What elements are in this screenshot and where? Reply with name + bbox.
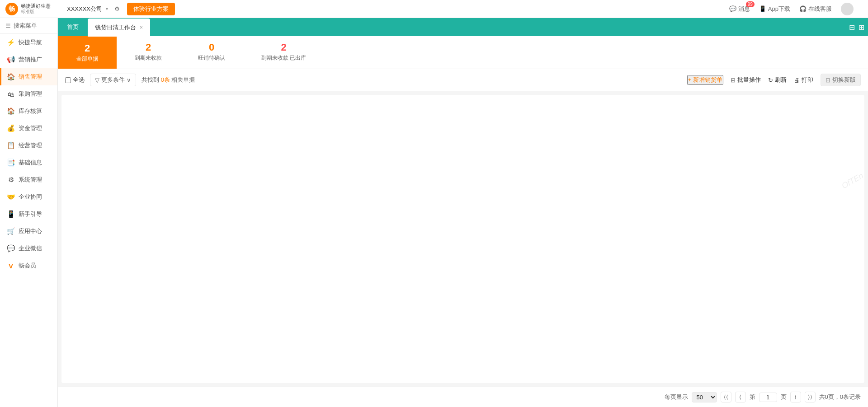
tab-close-icon[interactable]: ×	[140, 24, 143, 31]
stat-number-unshipped: 2	[281, 42, 287, 53]
settings-icon[interactable]: ⚙	[112, 4, 123, 14]
content-area: 首页 钱货日清工作台 × ⊟ ⊞ 2 全部单据 2 到期未收款	[58, 18, 868, 407]
company-name: XXXXXX公司	[67, 5, 102, 13]
sidebar-item-basic-info[interactable]: 📑 基础信息	[0, 154, 57, 171]
stat-label-all: 全部单据	[76, 55, 98, 63]
operations-icon: 📋	[7, 141, 15, 150]
sidebar-label-newbie: 新手引导	[19, 210, 42, 218]
sidebar-item-purchase[interactable]: 🛍 采购管理	[0, 85, 57, 103]
message-item[interactable]: 💬 消息 99	[729, 5, 750, 13]
logo-text: 畅捷通好生意 标准版	[21, 3, 51, 14]
company-selector[interactable]: XXXXXX公司 ▾	[67, 5, 108, 13]
select-all-checkbox[interactable]	[65, 77, 71, 83]
tab-bar-right: ⊟ ⊞	[849, 23, 868, 32]
sidebar-label-marketing: 营销推广	[19, 56, 42, 64]
refresh-label: 刷新	[775, 76, 787, 84]
last-page-button[interactable]: ⟩⟩	[805, 392, 816, 402]
batch-operation-button[interactable]: ⊞ 批量操作	[731, 76, 761, 84]
next-page-button[interactable]: ⟩	[790, 392, 801, 402]
found-text: 共找到 0条 相关单据	[142, 76, 195, 84]
batch-label: 批量操作	[737, 76, 761, 84]
company-dropdown-icon[interactable]: ▾	[106, 6, 108, 11]
trial-button[interactable]: 体验行业方案	[127, 3, 175, 15]
filter-chevron: ∨	[127, 77, 131, 84]
select-all-area[interactable]: 全选	[65, 76, 85, 84]
sidebar-item-sales[interactable]: 🏠 销售管理	[0, 68, 57, 85]
sidebar-label-inventory: 库存核算	[19, 107, 42, 115]
top-header: 畅 畅捷通好生意 标准版 XXXXXX公司 ▾ ⚙ 体验行业方案 💬 消息 99…	[0, 0, 868, 18]
sidebar-item-inventory[interactable]: 🏠 库存核算	[0, 103, 57, 120]
search-menu-label: 搜索菜单	[14, 22, 37, 30]
sidebar-item-operations[interactable]: 📋 经营管理	[0, 137, 57, 154]
page-size-select[interactable]: 50 20 100	[692, 392, 717, 402]
quick-nav-icon: ⚡	[7, 38, 15, 47]
stat-label-overdue: 到期未收款	[135, 54, 162, 62]
logo-area: 畅 畅捷通好生意 标准版	[5, 3, 63, 15]
sidebar-item-enterprise[interactable]: 🤝 企业协同	[0, 188, 57, 206]
toolbar: 全选 ▽ 更多条件 ∨ 共找到 0条 相关单据 + 新增销货单 ⊞ 批量操作	[58, 69, 868, 91]
stat-card-all[interactable]: 2 全部单据	[58, 36, 117, 69]
toolbar-right: + 新增销货单 ⊞ 批量操作 ↻ 刷新 🖨 打印 ⊡	[687, 74, 861, 86]
enterprise-icon: 🤝	[7, 193, 15, 201]
stat-card-wangpu[interactable]: 0 旺铺待确认	[180, 36, 243, 69]
sidebar-label-operations: 经营管理	[19, 141, 42, 150]
add-sales-button[interactable]: + 新增销货单	[687, 75, 723, 85]
sidebar-item-member[interactable]: V 畅会员	[0, 257, 57, 274]
tab-active[interactable]: 钱货日清工作台 ×	[88, 19, 150, 37]
page-label: 第	[750, 393, 755, 401]
watermark: OfTEn	[840, 171, 865, 191]
sidebar-item-quick-nav[interactable]: ⚡ 快捷导航	[0, 34, 57, 51]
print-button[interactable]: 🖨 打印	[794, 76, 813, 84]
online-service-label: 在线客服	[808, 5, 832, 13]
app-download-item[interactable]: 📱 App下载	[759, 5, 790, 13]
switch-icon: ⊡	[826, 77, 830, 84]
stat-label-unshipped: 到期未收款 已出库	[261, 54, 306, 62]
basic-info-icon: 📑	[7, 159, 15, 167]
purchase-icon: 🛍	[7, 90, 15, 98]
filter-button[interactable]: ▽ 更多条件 ∨	[90, 74, 136, 86]
print-icon: 🖨	[794, 77, 800, 84]
avatar[interactable]	[841, 3, 854, 15]
current-page-input[interactable]	[759, 393, 777, 402]
tab-bar: 首页 钱货日清工作台 × ⊟ ⊞	[58, 18, 868, 36]
found-suffix: 相关单据	[171, 76, 195, 83]
filter-label: 更多条件	[101, 76, 125, 84]
refresh-button[interactable]: ↻ 刷新	[768, 76, 787, 84]
service-icon: 🎧	[799, 5, 807, 12]
tab-home[interactable]: 首页	[58, 18, 88, 36]
sidebar-label-finance: 资金管理	[19, 124, 42, 132]
stat-number-all: 2	[85, 42, 90, 54]
marketing-icon: 📢	[7, 56, 15, 64]
member-icon: V	[7, 262, 15, 270]
tab-expand-button[interactable]: ⊞	[859, 23, 864, 32]
sidebar-item-app-center[interactable]: 🛒 应用中心	[0, 223, 57, 240]
sidebar-label-member: 畅会员	[19, 262, 36, 270]
search-icon: ☰	[5, 23, 11, 29]
sidebar-item-marketing[interactable]: 📢 营销推广	[0, 51, 57, 68]
switch-version-button[interactable]: ⊡ 切换新版	[821, 74, 861, 86]
page-size-label: 每页显示	[665, 393, 688, 401]
sidebar-item-newbie[interactable]: 📱 新手引导	[0, 206, 57, 223]
stats-bar: 2 全部单据 2 到期未收款 0 旺铺待确认 2 到期未收款 已出库	[58, 36, 868, 69]
content-body: 2 全部单据 2 到期未收款 0 旺铺待确认 2 到期未收款 已出库	[58, 36, 868, 407]
first-page-button[interactable]: ⟨⟨	[721, 392, 731, 402]
sidebar-label-system: 系统管理	[19, 176, 42, 184]
sidebar-item-wechat[interactable]: 💬 企业微信	[0, 240, 57, 257]
tab-minimize-button[interactable]: ⊟	[849, 23, 855, 32]
message-icon: 💬	[729, 5, 736, 12]
prev-page-button[interactable]: ⟨	[735, 392, 746, 402]
stat-card-overdue[interactable]: 2 到期未收款	[117, 36, 180, 69]
system-icon: ⚙	[7, 176, 15, 184]
sidebar-item-finance[interactable]: 💰 资金管理	[0, 120, 57, 137]
header-right: 💬 消息 99 📱 App下载 🎧 在线客服	[729, 3, 863, 15]
print-label: 打印	[802, 76, 813, 84]
sidebar-label-sales: 销售管理	[19, 73, 42, 81]
stat-card-unshipped[interactable]: 2 到期未收款 已出库	[243, 36, 324, 69]
sidebar-label-app-center: 应用中心	[19, 227, 42, 235]
found-count: 0条	[161, 76, 170, 83]
sales-icon: 🏠	[7, 73, 15, 81]
inventory-icon: 🏠	[7, 107, 15, 115]
sidebar-item-system[interactable]: ⚙ 系统管理	[0, 171, 57, 188]
sidebar-search[interactable]: ☰ 搜索菜单	[0, 18, 57, 34]
online-service-item[interactable]: 🎧 在线客服	[799, 5, 832, 13]
